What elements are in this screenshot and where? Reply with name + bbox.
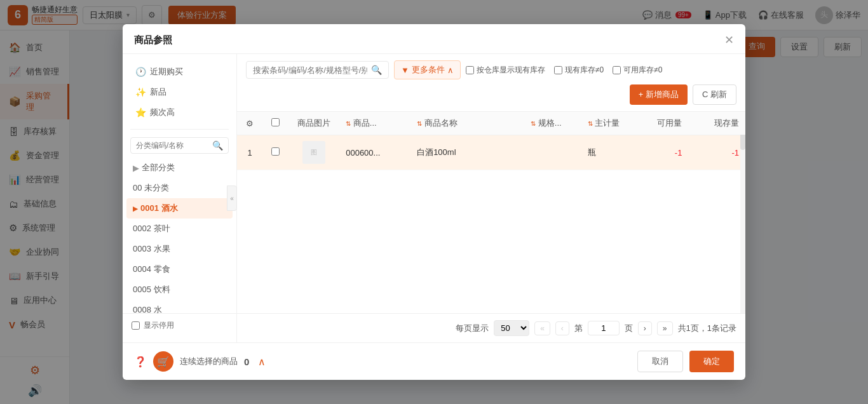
modal-header: 商品参照 ✕: [123, 24, 745, 54]
cat-label-snack: 0004 零食: [133, 264, 170, 275]
cat-item-snack[interactable]: 0004 零食: [126, 259, 233, 279]
avail-ne0-checkbox-label[interactable]: 可用库存≠0: [613, 65, 662, 76]
total-info: 共1页，1条记录: [678, 323, 736, 334]
cell-code: 000600...: [339, 135, 410, 170]
cat-item-water[interactable]: 0008 水: [126, 300, 233, 313]
warehouse-stock-checkbox[interactable]: [466, 66, 474, 74]
collapse-panel-button[interactable]: «: [227, 185, 237, 211]
category-panel: 🕐 近期购买 ✨ 新品 ⭐ 频次高 🔍: [123, 54, 237, 342]
cat-label-water: 0008 水: [133, 304, 162, 313]
cat-item-fruit[interactable]: 0003 水果: [126, 239, 233, 259]
cat-item-drink[interactable]: 0005 饮料: [126, 279, 233, 300]
cell-num: 1: [237, 135, 262, 170]
next-page-button[interactable]: ›: [638, 321, 652, 335]
sort-icon-unit: ⇅: [588, 120, 593, 127]
quick-item-frequent[interactable]: ⭐ 频次高: [130, 102, 229, 123]
select-all-checkbox[interactable]: [271, 118, 280, 126]
category-list: ▶ 全部分类 00 未分类 ▶ 0001 酒水 0002 茶叶 0003 水果: [123, 158, 236, 313]
table-row[interactable]: 1 图 000600... 白酒100ml 瓶 -1 -1: [237, 135, 745, 170]
col-label-unit: 主计量: [595, 118, 620, 128]
cell-check[interactable]: [262, 135, 288, 170]
product-panel: 🔍 ▼ 更多条件 ∧ 按仓库显示现有库存 现: [237, 54, 745, 342]
fire-icon: ⭐: [135, 107, 146, 118]
more-filter-button[interactable]: ▼ 更多条件 ∧: [394, 60, 461, 79]
cell-img: 图: [288, 135, 340, 170]
quick-item-recent[interactable]: 🕐 近期购买: [130, 62, 229, 82]
search-icon[interactable]: 🔍: [212, 140, 223, 151]
modal-close-button[interactable]: ✕: [724, 33, 734, 47]
cart-icon-button[interactable]: 🛒: [153, 351, 173, 372]
th-spec[interactable]: ⇅ 规格...: [524, 112, 581, 135]
filter-checkboxes: 按仓库显示现有库存 现有库存≠0 可用库存≠0: [466, 65, 663, 76]
product-reference-modal: 商品参照 ✕ 🕐 近期购买 ✨ 新品 ⭐: [123, 24, 745, 380]
th-settings[interactable]: ⚙: [237, 112, 262, 135]
filter-arrow-icon: ∧: [447, 65, 454, 75]
warehouse-stock-label: 按仓库显示现有库存: [477, 65, 545, 76]
cat-label-tea: 0002 茶叶: [133, 223, 170, 234]
sort-icon-code: ⇅: [346, 120, 351, 127]
col-label-avail: 可用量: [657, 118, 682, 128]
page-suffix: 页: [625, 323, 633, 334]
product-image: 图: [302, 141, 325, 164]
category-search-box: 🔍: [130, 137, 229, 154]
stock-ne0-checkbox[interactable]: [554, 66, 562, 74]
show-disabled-section: 显示停用: [123, 313, 236, 337]
prev-page-button[interactable]: ‹: [555, 321, 569, 335]
quick-label-frequent: 频次高: [150, 107, 175, 118]
th-img: 商品图片: [288, 112, 340, 135]
cell-avail: -1: [632, 135, 689, 170]
col-label-name: 商品名称: [424, 118, 458, 128]
confirm-button[interactable]: 确定: [689, 351, 734, 372]
product-search-icon[interactable]: 🔍: [371, 65, 382, 75]
quick-item-new[interactable]: ✨ 新品: [130, 82, 229, 102]
col-label-spec: 规格...: [538, 118, 562, 128]
cancel-button[interactable]: 取消: [637, 351, 683, 372]
star-icon: ✨: [135, 87, 146, 97]
cat-label-drink: 0005 饮料: [133, 284, 170, 295]
collapse-icon[interactable]: ∧: [258, 356, 266, 368]
scrollbar-track[interactable]: [740, 112, 745, 313]
pagination: 每页显示 50 20 100 « ‹ 第 1 页 › » 共1页，1条记录: [237, 313, 745, 342]
cart-icon: 🛒: [157, 356, 170, 368]
avail-ne0-checkbox[interactable]: [613, 66, 621, 74]
th-name[interactable]: ⇅ 商品名称: [410, 112, 524, 135]
th-stock: 现存量: [688, 112, 745, 135]
first-page-button[interactable]: «: [534, 321, 550, 335]
col-label-code: 商品...: [353, 118, 377, 128]
stock-ne0-checkbox-label[interactable]: 现有库存≠0: [554, 65, 604, 76]
quick-label-new: 新品: [150, 86, 166, 98]
last-page-button[interactable]: »: [657, 321, 673, 335]
row-checkbox[interactable]: [271, 147, 280, 156]
product-toolbar: 🔍 ▼ 更多条件 ∧ 按仓库显示现有库存 现: [237, 54, 745, 112]
page-prefix: 第: [574, 323, 583, 334]
selected-text: 连续选择的商品: [180, 356, 238, 367]
warehouse-stock-checkbox-label[interactable]: 按仓库显示现有库存: [466, 65, 545, 76]
page-number-input[interactable]: 1: [588, 321, 620, 335]
cat-item-liquor[interactable]: ▶ 0001 酒水: [126, 198, 233, 219]
th-code[interactable]: ⇅ 商品...: [339, 112, 410, 135]
cat-item-all[interactable]: ▶ 全部分类: [126, 158, 233, 178]
category-search-input[interactable]: [136, 141, 210, 150]
cat-label-liquor: 0001 酒水: [140, 203, 178, 214]
show-disabled-checkbox[interactable]: [132, 321, 140, 330]
help-icon[interactable]: ❓: [134, 356, 147, 368]
col-label-stock: 现存量: [714, 118, 739, 128]
th-check[interactable]: [262, 112, 288, 135]
cell-name: 白酒100ml: [410, 135, 524, 170]
modal-body: 🕐 近期购买 ✨ 新品 ⭐ 频次高 🔍: [123, 54, 745, 342]
refresh-button[interactable]: C 刷新: [693, 84, 736, 105]
footer-actions: 取消 确定: [637, 351, 734, 372]
per-page-select[interactable]: 50 20 100: [494, 320, 529, 336]
cell-spec: [524, 135, 581, 170]
clock-icon: 🕐: [135, 67, 146, 77]
sort-icon-spec: ⇅: [531, 120, 536, 127]
filter-label: 更多条件: [412, 64, 445, 76]
product-search-input[interactable]: [253, 65, 367, 75]
cat-item-tea[interactable]: 0002 茶叶: [126, 219, 233, 239]
cat-item-uncategorized[interactable]: 00 未分类: [126, 178, 233, 198]
th-unit[interactable]: ⇅ 主计量: [581, 112, 632, 135]
cat-label-fruit: 0003 水果: [133, 243, 170, 255]
avail-ne0-label: 可用库存≠0: [623, 65, 662, 76]
add-product-button[interactable]: + 新增商品: [630, 84, 688, 105]
modal-footer: ❓ 🛒 连续选择的商品 0 ∧ 取消 确定: [123, 342, 745, 380]
